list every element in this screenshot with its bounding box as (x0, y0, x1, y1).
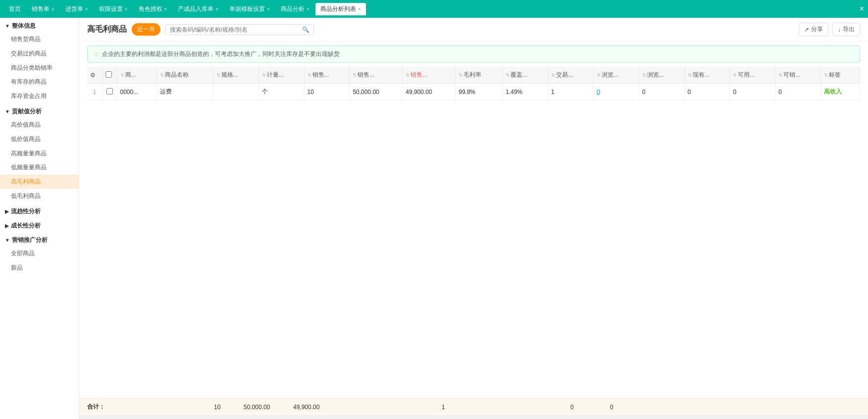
col-name[interactable]: ⇅商品名称 (156, 67, 213, 84)
search-input[interactable] (170, 26, 300, 33)
col-sales-qty[interactable]: ⇅销售... (304, 67, 350, 84)
col-browse1[interactable]: ⇅浏览... (593, 67, 639, 84)
footer-available-val: 0 (607, 404, 647, 411)
table-container[interactable]: ⚙ ⇅商... ⇅商品名称 ⇅规格... ⇅计量... ⇅销售... ⇅销售..… (79, 67, 868, 398)
filter-last-month[interactable]: 近一月 (132, 23, 160, 36)
close-all-tabs[interactable]: × (860, 4, 864, 13)
sidebar-group-wealth[interactable]: ▼ 贡献值分析 (0, 103, 79, 118)
col-trade[interactable]: ⇅交易... (548, 67, 594, 84)
row-spec (213, 84, 258, 100)
row-sales-profit: 49,900.00 (403, 84, 456, 100)
info-icon: ☆ (94, 51, 99, 58)
sidebar-item-high-margin[interactable]: 高毛利商品 (0, 175, 79, 189)
col-sales-amount[interactable]: ⇅销售... (350, 67, 403, 84)
sidebar-toggle[interactable]: « (79, 23, 79, 35)
col-checkbox[interactable] (102, 67, 117, 84)
arrow-growth: ▶ (5, 223, 9, 229)
row-index: 1 (87, 84, 102, 100)
row-sales-qty: 10 (304, 84, 350, 100)
select-all-checkbox[interactable] (105, 71, 112, 78)
footer-sales-qty (112, 404, 211, 411)
sidebar-item-all-goods[interactable]: 全部商品 (0, 246, 79, 261)
share-icon: ↗ (804, 26, 809, 33)
sidebar-item-low-freq[interactable]: 低频量量商品 (0, 160, 79, 175)
close-tab-sales[interactable]: × (51, 6, 54, 12)
col-available[interactable]: ⇅可用... (730, 67, 775, 84)
sidebar-item-low-value[interactable]: 低价值商品 (0, 132, 79, 146)
footer-spacer2 (478, 404, 567, 411)
col-spec[interactable]: ⇅规格... (213, 67, 258, 84)
tab-template-settings[interactable]: 单据模板设置 × (224, 3, 275, 15)
row-sales-amount: 50,000.00 (350, 84, 403, 100)
col-saleable[interactable]: ⇅可销... (775, 67, 821, 84)
col-browse2[interactable]: ⇅浏览... (639, 67, 684, 84)
row-checkbox[interactable] (106, 88, 113, 94)
row-name: 运费 (156, 84, 213, 100)
arrow-wealth: ▼ (5, 109, 10, 114)
close-tab-purchase[interactable]: × (85, 6, 88, 12)
row-browse1[interactable]: 0 (593, 84, 639, 100)
row-unit: 个 (258, 84, 304, 100)
settings-icon[interactable]: ⚙ (90, 72, 96, 79)
col-sales-profit[interactable]: ⇅销售... (403, 67, 456, 84)
tab-home[interactable]: 首页 (4, 3, 26, 15)
col-code[interactable]: ⇅商... (117, 67, 156, 84)
sidebar-item-high-freq[interactable]: 高频量量商品 (0, 146, 79, 161)
tab-product-inbound[interactable]: 产成品入库单 × (173, 3, 223, 15)
table-row: 1 0000... 运费 个 10 50,000.00 49,900.00 99… (87, 84, 860, 100)
col-settings[interactable]: ⚙ (87, 67, 102, 84)
tab-roles[interactable]: 角色授权 × (134, 3, 172, 15)
search-box: 🔍 (165, 24, 314, 35)
close-tab-template-settings[interactable]: × (267, 6, 270, 12)
sidebar-group-marketing[interactable]: ▼ 营销推广分析 (0, 232, 79, 246)
col-cover[interactable]: ⇅覆盖... (503, 67, 548, 84)
page-title: 高毛利商品 (87, 24, 127, 35)
close-tab-goods-analysis[interactable]: × (306, 6, 309, 12)
row-tag: 高收入 (821, 84, 860, 100)
header-actions: ↗ 分享 ↓ 导出 (799, 23, 860, 36)
col-tag[interactable]: ⇅标签 (821, 67, 860, 84)
sidebar-item-traded-goods[interactable]: 交易过的商品 (0, 47, 79, 61)
table-footer: 合计： 10 50,000.00 49,900.00 1 0 0 (79, 398, 868, 415)
sidebar-group-overall[interactable]: ▼ 整体信息 (0, 18, 79, 32)
col-unit[interactable]: ⇅计量... (258, 67, 304, 84)
tab-sales[interactable]: 销售单 × (27, 3, 59, 15)
info-banner: ☆ 企业的主要的利润都是这部分商品创造的，可考虑加大推广，同时关注库存是不要出现… (87, 46, 860, 63)
row-browse2: 0 (639, 84, 684, 100)
tab-goods-analysis-list[interactable]: 商品分析列表 × (315, 3, 366, 15)
col-current[interactable]: ⇅现有... (684, 67, 730, 84)
export-button[interactable]: ↓ 导出 (832, 23, 860, 36)
row-checkbox-cell[interactable] (102, 84, 117, 100)
footer-label: 合计： (87, 403, 112, 411)
sidebar-item-goods-analysis[interactable]: 商品分类助销率 (0, 61, 79, 75)
close-tab-roles[interactable]: × (164, 6, 167, 12)
sidebar-item-stock-occupy[interactable]: 库存资金占用 (0, 89, 79, 103)
content-header: 高毛利商品 近一月 🔍 ↗ 分享 ↓ 导出 (79, 18, 868, 42)
close-tab-permissions[interactable]: × (125, 6, 128, 12)
close-tab-goods-analysis-list[interactable]: × (358, 6, 361, 12)
close-tab-product-inbound[interactable]: × (215, 6, 218, 12)
sidebar-item-stock-goods[interactable]: 有库存的商品 (0, 75, 79, 89)
footer-current-val: 0 (567, 404, 607, 411)
footer-trade-val: 1 (439, 404, 478, 411)
tab-purchase[interactable]: 进货单 × (60, 3, 93, 15)
sidebar-item-low-margin[interactable]: 低毛利商品 (0, 189, 79, 203)
sidebar-item-high-value[interactable]: 高价值商品 (0, 118, 79, 132)
row-trade: 1 (548, 84, 594, 100)
tab-goods-analysis[interactable]: 商品分析 × (276, 3, 314, 15)
search-icon[interactable]: 🔍 (302, 26, 309, 33)
sidebar-group-growth[interactable]: ▶ 成长性分析 (0, 218, 79, 232)
sidebar-item-new-goods[interactable]: 新品 (0, 261, 79, 275)
sidebar: « ▼ 整体信息 销售货商品 交易过的商品 商品分类助销率 有库存的商品 库存资… (0, 18, 79, 419)
row-cover: 1.49% (503, 84, 548, 100)
sidebar-group-trend[interactable]: ▶ 流趋性分析 (0, 203, 79, 218)
content-area: 高毛利商品 近一月 🔍 ↗ 分享 ↓ 导出 ☆ 企业的主要的利润都是这部分商品创… (79, 18, 868, 419)
share-button[interactable]: ↗ 分享 (799, 23, 828, 36)
col-margin-rate[interactable]: ⇅毛利率 (456, 67, 503, 84)
arrow-marketing: ▼ (5, 237, 10, 243)
sidebar-item-sales-goods[interactable]: 销售货商品 (0, 32, 79, 47)
tab-permissions[interactable]: 权限设置 × (94, 3, 133, 15)
arrow-overall: ▼ (5, 23, 10, 29)
bottom-scrollbar[interactable] (79, 415, 868, 419)
top-navigation: 首页 销售单 × 进货单 × 权限设置 × 角色授权 × 产成品入库单 × 单据… (0, 0, 868, 18)
